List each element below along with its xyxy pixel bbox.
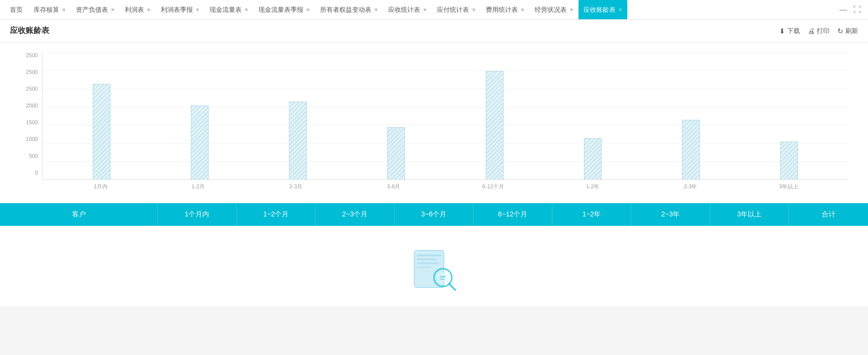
page-actions: ⬇ 下载 🖨 打印 ↻ 刷新 [779, 27, 858, 36]
table-header-cell: 2~3个月 [316, 203, 395, 226]
print-label: 打印 [817, 27, 830, 36]
bars-area [42, 52, 848, 180]
bar-group [780, 142, 798, 179]
table-header-cell: 1个月内 [158, 203, 237, 226]
refresh-button[interactable]: ↻ 刷新 [837, 27, 858, 36]
y-axis-label: 1500 [26, 119, 38, 125]
tab-quanyi[interactable]: 所有者权益变动表× [315, 0, 383, 20]
x-axis-label: 1-2年 [584, 183, 602, 190]
bar [584, 138, 602, 179]
x-labels: 1月内1-2月2-3月3-6月6-12个月1-2年2-3年3年以上 [42, 180, 848, 190]
bar [191, 106, 209, 179]
bar [289, 102, 307, 179]
print-button[interactable]: 🖨 打印 [808, 27, 830, 36]
x-axis-label: 2-3年 [682, 183, 699, 190]
tab-zhangling[interactable]: 应收账龄表× [579, 0, 627, 20]
tab-zichan[interactable]: 资产负债表× [71, 0, 120, 20]
svg-line-7 [449, 284, 455, 290]
tab-label-lirunJi: 利润表季报 [161, 5, 193, 14]
tabs-scroll: 库存核算×资产负债表×利润表×利润表季报×现金流量表×现金流量表季报×所有者权益… [29, 0, 836, 20]
bars-row [42, 52, 848, 179]
x-axis-label: 3年以上 [779, 183, 798, 190]
tab-close-kucun[interactable]: × [62, 7, 66, 13]
tab-jingying[interactable]: 经营状况表× [530, 0, 579, 20]
tab-feiyong[interactable]: 费用统计表× [481, 0, 530, 20]
tab-yingshou[interactable]: 应收统计表× [383, 0, 432, 20]
table-header-cell: 2~3年 [631, 203, 710, 226]
bar [93, 84, 110, 179]
print-icon: 🖨 [808, 27, 815, 35]
tab-close-xianjinJi[interactable]: × [306, 7, 310, 13]
tab-close-yingfu[interactable]: × [472, 7, 475, 13]
tab-close-yingshou[interactable]: × [423, 7, 427, 13]
tab-close-lirun[interactable]: × [147, 7, 150, 13]
tab-lirunJi[interactable]: 利润表季报× [156, 0, 205, 20]
tab-close-quanyi[interactable]: × [374, 7, 378, 13]
svg-point-6 [437, 272, 449, 284]
bar-chart: 2500250025002000150010005000 1月内1-2月2-3月… [20, 52, 848, 190]
bar-group [584, 138, 602, 179]
tab-xianjinJi[interactable]: 现金流量表季报× [253, 0, 315, 20]
tab-label-xianjinJi: 现金流量表季报 [258, 5, 303, 14]
tab-yingfu[interactable]: 应付统计表× [432, 0, 481, 20]
tab-close-lirunJi[interactable]: × [196, 7, 199, 13]
bar-group [191, 106, 209, 179]
tab-close-zhangling[interactable]: × [618, 7, 622, 13]
svg-rect-8 [440, 276, 446, 278]
tab-bar-right: — ⛶ [836, 3, 868, 17]
x-axis-label: 1-2月 [189, 183, 207, 190]
bar [486, 71, 504, 179]
bar [682, 120, 700, 179]
tab-close-feiyong[interactable]: × [521, 7, 524, 13]
table-header: 客户1个月内1~2个月2~3个月3~6个月6~12个月1~2年2~3年3年以上合… [0, 203, 868, 226]
tab-xianjin[interactable]: 现金流量表× [205, 0, 253, 20]
x-axis-label: 1月内 [92, 183, 109, 190]
x-axis-label: 6-12个月 [482, 183, 504, 190]
page-header: 应收账龄表 ⬇ 下载 🖨 打印 ↻ 刷新 [0, 20, 868, 42]
tab-label-lirun: 利润表 [125, 5, 144, 14]
y-axis: 2500250025002000150010005000 [20, 52, 42, 190]
x-axis-label: 3-6月 [385, 183, 402, 190]
empty-icon [404, 246, 464, 296]
empty-state [0, 226, 868, 306]
main-content: 2500250025002000150010005000 1月内1-2月2-3月… [0, 42, 868, 306]
minimize-button[interactable]: — [836, 3, 850, 17]
tab-label-yingshou: 应收统计表 [388, 5, 420, 14]
tab-home[interactable]: 首页 [4, 0, 29, 20]
table-header-cell: 3~6个月 [395, 203, 473, 226]
bar [387, 127, 405, 179]
y-axis-label: 500 [29, 153, 38, 159]
tab-label-jingying: 经营状况表 [535, 5, 567, 14]
y-axis-label: 2500 [26, 69, 38, 75]
maximize-button[interactable]: ⛶ [850, 3, 864, 17]
svg-rect-3 [417, 262, 439, 264]
page-title: 应收账龄表 [10, 26, 49, 36]
x-axis-label: 2-3月 [287, 183, 305, 190]
table-header-cell: 1~2个月 [237, 203, 316, 226]
table-header-cell: 6~12个月 [473, 203, 552, 226]
tab-label-xianjin: 现金流量表 [210, 5, 242, 14]
chart-area: 2500250025002000150010005000 1月内1-2月2-3月… [0, 42, 868, 195]
bar-group [387, 127, 405, 179]
tab-close-jingying[interactable]: × [570, 7, 573, 13]
table-header-cell: 客户 [0, 203, 158, 226]
tab-close-zichan[interactable]: × [111, 7, 114, 13]
table-header-cell: 合计 [789, 203, 868, 226]
y-axis-label: 2500 [26, 52, 38, 58]
download-button[interactable]: ⬇ 下载 [779, 27, 800, 36]
bar-group [93, 84, 110, 179]
tab-close-xianjin[interactable]: × [245, 7, 248, 13]
tab-label-yingfu: 应付统计表 [437, 5, 469, 14]
tab-kucun[interactable]: 库存核算× [29, 0, 71, 20]
tab-bar: 首页 库存核算×资产负债表×利润表×利润表季报×现金流量表×现金流量表季报×所有… [0, 0, 868, 20]
y-axis-label: 2500 [26, 86, 38, 92]
table-header-cell: 3年以上 [710, 203, 789, 226]
table-header-cell: 1~2年 [552, 203, 631, 226]
svg-rect-1 [417, 254, 441, 256]
bar [780, 142, 798, 179]
y-axis-label: 1000 [26, 136, 38, 142]
tab-label-zichan: 资产负债表 [76, 5, 108, 14]
tab-lirun[interactable]: 利润表× [120, 0, 156, 20]
bar-group [682, 120, 700, 179]
refresh-label: 刷新 [845, 27, 858, 36]
